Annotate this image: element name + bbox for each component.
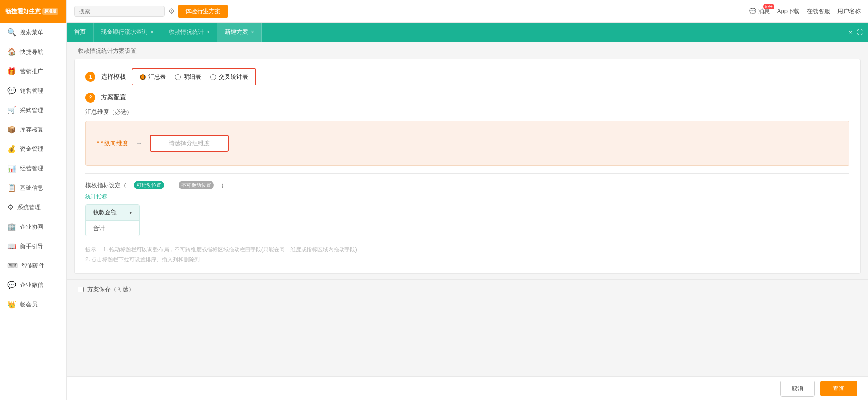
- topbar-right: 💬 消息 99+ App下载 在线客服 用户名称: [749, 7, 861, 15]
- non-draggable-badge: 不可拖动位置: [179, 181, 214, 189]
- tips-section: 提示： 1. 拖动标题栏可以调整布局，不可跨维度或指标区域拖动栏目字段(只能在同…: [85, 245, 849, 264]
- sidebar-item-newbie[interactable]: 📖 新手引导: [0, 236, 66, 256]
- sidebar-logo: 畅捷通好生意 标准版: [0, 0, 66, 23]
- sidebar-item-member[interactable]: 👑 畅会员: [0, 295, 66, 314]
- tab-receipt-stats-close[interactable]: ×: [207, 29, 210, 35]
- sidebar-item-label: 库存核算: [20, 126, 43, 134]
- radio-summary-input[interactable]: [140, 74, 146, 80]
- enterprise-wechat-icon: 💬: [7, 281, 16, 289]
- save-row: 方案保存（可选）: [67, 279, 868, 299]
- inventory-icon: 📦: [7, 125, 16, 134]
- draggable-badge: 可拖动位置: [134, 181, 164, 189]
- step2-label: 方案配置: [101, 94, 126, 102]
- tip-1: 提示： 1. 拖动标题栏可以调整布局，不可跨维度或指标区域拖动栏目字段(只能在同…: [85, 245, 849, 255]
- sales-icon: 💬: [7, 86, 16, 95]
- tab-new-plan[interactable]: 新建方案 ×: [217, 23, 262, 42]
- step1-number: 1: [85, 72, 95, 82]
- sidebar-item-label: 快捷导航: [20, 48, 43, 56]
- sidebar-item-operations[interactable]: 📊 经营管理: [0, 159, 66, 178]
- tab-bank-flow-close[interactable]: ×: [151, 29, 154, 35]
- dimension-select[interactable]: 请选择分组维度: [150, 135, 229, 152]
- radio-summary-label: 汇总表: [148, 73, 166, 81]
- user-name[interactable]: 用户名称: [837, 7, 861, 15]
- sidebar-item-label: 企业微信: [20, 281, 43, 289]
- message-badge[interactable]: 💬 消息 99+: [749, 7, 770, 15]
- marketing-icon: 🎁: [7, 67, 16, 75]
- tab-bank-flow-label: 现金银行流水查询: [101, 28, 148, 36]
- radio-cross[interactable]: 交叉统计表: [210, 73, 248, 81]
- sidebar-item-label: 智能硬件: [21, 262, 45, 270]
- sidebar-item-purchase[interactable]: 🛒 采购管理: [0, 100, 66, 120]
- logo-text: 畅捷通好生意: [5, 7, 41, 15]
- sidebar-item-marketing[interactable]: 🎁 营销推广: [0, 61, 66, 81]
- sidebar-item-quick-nav[interactable]: 🏠 快捷导航: [0, 42, 66, 61]
- maximize-icon[interactable]: ⛶: [857, 29, 863, 36]
- sidebar-item-label: 系统管理: [17, 203, 41, 212]
- config-section: 汇总维度（必选） * * 纵向维度 → 请选择分组维度: [85, 108, 849, 166]
- gear-icon[interactable]: ⚙: [168, 7, 175, 15]
- step2-row: 2 方案配置: [85, 93, 849, 103]
- radio-cross-input[interactable]: [210, 74, 216, 80]
- metrics-title-end: ）: [221, 181, 227, 189]
- industry-btn[interactable]: 体验行业方案: [178, 5, 228, 18]
- sidebar-item-label: 销售管理: [20, 87, 43, 95]
- sidebar-item-inventory[interactable]: 📦 库存核算: [0, 120, 66, 139]
- tab-new-plan-label: 新建方案: [225, 28, 248, 36]
- page-header: 收款情况统计方案设置: [67, 42, 868, 59]
- enterprise-icon: 🏢: [7, 222, 16, 231]
- metrics-section: 模板指标设定（ 可拖动位置 不可拖动位置 ） 统计指标 收款金额 ▾ 合计: [85, 173, 849, 238]
- topbar: ⚙ 体验行业方案 💬 消息 99+ App下载 在线客服 用户名称: [67, 0, 868, 23]
- app-download-link[interactable]: App下载: [777, 7, 799, 15]
- basic-info-icon: 📋: [7, 184, 16, 192]
- online-support-link[interactable]: 在线客服: [807, 7, 830, 15]
- sidebar-item-label: 企业协同: [20, 223, 43, 231]
- query-button[interactable]: 查询: [820, 381, 857, 396]
- newbie-icon: 📖: [7, 242, 16, 250]
- tab-home[interactable]: 首页: [67, 23, 94, 42]
- cancel-button[interactable]: 取消: [780, 381, 815, 397]
- sidebar-item-label: 经营管理: [20, 165, 43, 173]
- sidebar-item-label: 搜索菜单: [20, 28, 43, 37]
- search-menu-icon: 🔍: [7, 28, 16, 37]
- tab-new-plan-close[interactable]: ×: [251, 29, 254, 35]
- sidebar-item-funds[interactable]: 💰 资金管理: [0, 139, 66, 159]
- radio-detail-input[interactable]: [175, 74, 181, 80]
- edition-badge: 标准版: [42, 8, 58, 15]
- sidebar-item-sales[interactable]: 💬 销售管理: [0, 81, 66, 100]
- sidebar-item-basic-info[interactable]: 📋 基础信息: [0, 178, 66, 198]
- tab-home-label: 首页: [74, 28, 86, 36]
- sidebar: 畅捷通好生意 标准版 🔍 搜索菜单 🏠 快捷导航 🎁 营销推广 💬 销售管理 🛒…: [0, 0, 67, 400]
- sidebar-item-search-menu[interactable]: 🔍 搜索菜单: [0, 23, 66, 42]
- vertical-dimension-label: * * 纵向维度: [97, 139, 128, 147]
- step2-number: 2: [85, 93, 95, 103]
- dimension-section-title: 汇总维度（必选）: [85, 108, 849, 116]
- topbar-left: ⚙ 体验行业方案: [74, 5, 228, 18]
- chevron-down-icon[interactable]: ▾: [129, 210, 132, 216]
- tab-bank-flow[interactable]: 现金银行流水查询 ×: [94, 23, 161, 42]
- metrics-table-row: 合计: [86, 221, 139, 236]
- arrow-icon: →: [135, 139, 142, 147]
- metrics-category-label: 统计指标: [85, 193, 849, 201]
- vertical-label-text: * 纵向维度: [101, 140, 128, 146]
- sidebar-item-enterprise-wechat[interactable]: 💬 企业微信: [0, 275, 66, 295]
- tab-receipt-stats[interactable]: 收款情况统计 ×: [161, 23, 217, 42]
- sidebar-item-smart-hw[interactable]: ⌨ 智能硬件: [0, 256, 66, 275]
- radio-summary[interactable]: 汇总表: [140, 73, 166, 81]
- dimension-area: * * 纵向维度 → 请选择分组维度: [85, 121, 849, 166]
- required-star: *: [97, 140, 101, 146]
- radio-detail[interactable]: 明细表: [175, 73, 201, 81]
- page-title: 收款情况统计方案设置: [78, 47, 137, 54]
- minimize-icon[interactable]: ✕: [848, 29, 853, 36]
- sidebar-item-system[interactable]: ⚙ 系统管理: [0, 198, 66, 217]
- metrics-table-header[interactable]: 收款金额 ▾: [86, 205, 139, 221]
- system-icon: ⚙: [7, 203, 14, 212]
- search-input[interactable]: [74, 6, 165, 17]
- radio-detail-label: 明细表: [184, 73, 201, 81]
- sidebar-item-label: 新手引导: [20, 242, 43, 250]
- metrics-table: 收款金额 ▾ 合计: [85, 204, 140, 236]
- tip-2: 2. 点击标题栏下拉可设置排序、插入列和删除列: [85, 255, 849, 265]
- sidebar-item-enterprise[interactable]: 🏢 企业协同: [0, 217, 66, 236]
- message-count: 99+: [763, 4, 774, 9]
- save-checkbox[interactable]: [78, 287, 84, 292]
- sidebar-item-label: 营销推广: [20, 67, 43, 75]
